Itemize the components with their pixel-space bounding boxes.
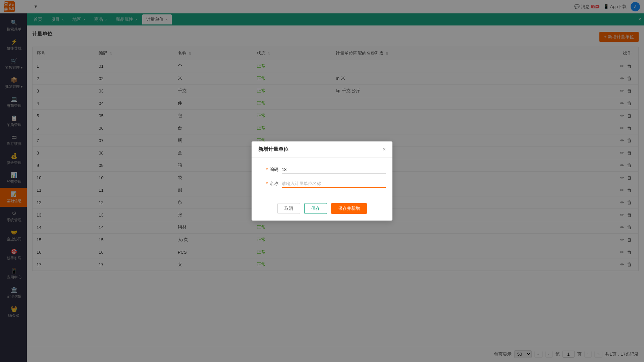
save-and-new-button[interactable]: 保存并新增 [331, 203, 367, 214]
required-mark: * [266, 167, 268, 172]
modal-overlay[interactable]: 新增计量单位 × * 编码 * 名称 取消 保存 保存并新增 [0, 0, 644, 362]
form-row-code: * 编码 [258, 166, 386, 174]
code-input[interactable] [282, 166, 386, 174]
modal-footer: 取消 保存 保存并新增 [252, 199, 392, 221]
modal-body: * 编码 * 名称 [252, 158, 392, 199]
add-unit-modal: 新增计量单位 × * 编码 * 名称 取消 保存 保存并新增 [252, 141, 392, 221]
name-input[interactable] [282, 180, 386, 188]
code-label: * 编码 [258, 167, 282, 173]
name-label: * 名称 [258, 181, 282, 187]
cancel-button[interactable]: 取消 [277, 203, 300, 214]
modal-close-button[interactable]: × [383, 146, 386, 153]
form-row-name: * 名称 [258, 180, 386, 188]
modal-header: 新增计量单位 × [252, 141, 392, 158]
required-mark-2: * [266, 181, 268, 186]
modal-title: 新增计量单位 [258, 146, 288, 153]
save-button[interactable]: 保存 [304, 203, 327, 214]
